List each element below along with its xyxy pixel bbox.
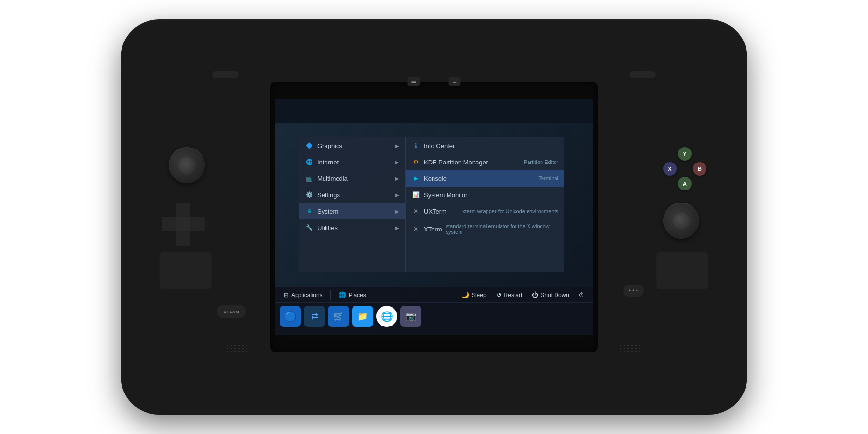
dpad[interactable] <box>162 203 205 246</box>
info-center-icon: ℹ <box>411 141 420 150</box>
desktop: 🔷 Graphics ▶ 🌐 Internet ▶ 📺 Multimedia <box>275 99 593 335</box>
top-btn-left-icon: ▬ <box>412 79 416 84</box>
dock-app-discover[interactable]: 🔵 <box>280 306 301 327</box>
top-btn-right-icon: ☰ <box>453 79 457 84</box>
konsole-label: Konsole <box>424 175 534 182</box>
system-chevron: ▶ <box>395 209 399 214</box>
restart-button[interactable]: ↺ Restart <box>492 289 527 300</box>
store-app-icon: 🛒 <box>333 311 344 322</box>
dpad-up[interactable] <box>176 203 190 218</box>
settings-label: Settings <box>317 191 340 199</box>
internet-label: Internet <box>317 159 339 166</box>
right-menu: ℹ Info Center ⚙ KDE Partition Manager Pa… <box>405 137 564 272</box>
left-menu: 🔷 Graphics ▶ 🌐 Internet ▶ 📺 Multimedia <box>299 137 405 272</box>
screenshot-app-icon: 📷 <box>406 311 416 322</box>
menu-item-multimedia[interactable]: 📺 Multimedia ▶ <box>299 170 405 187</box>
left-joystick[interactable] <box>169 147 205 183</box>
top-button-left[interactable]: ▬ <box>408 77 420 86</box>
places-icon: 🌐 <box>339 291 346 298</box>
right-item-xterm[interactable]: ✕ XTerm standard terminal emulator for t… <box>406 219 564 239</box>
right-item-info-center[interactable]: ℹ Info Center <box>406 137 564 154</box>
settings-icon: ⚙️ <box>305 190 313 199</box>
menu-item-settings[interactable]: ⚙️ Settings ▶ <box>299 187 405 203</box>
speaker-right <box>620 345 641 352</box>
konsole-icon: ▶ <box>411 174 420 183</box>
applications-button[interactable]: ⊞ Applications <box>280 289 326 300</box>
left-touchpad[interactable] <box>159 251 212 289</box>
steam-label: STEAM <box>224 310 240 314</box>
shutdown-icon: ⏻ <box>532 291 538 298</box>
a-button[interactable]: A <box>678 177 692 190</box>
konsole-desc: Terminal <box>538 176 558 181</box>
taskbar-icons: 🔵 ⇄ 🛒 📁 🌐 <box>275 303 593 330</box>
taskbar-system-buttons: 🌙 Sleep ↺ Restart ⏻ Shut Down <box>458 289 588 300</box>
places-button[interactable]: 🌐 Places <box>335 289 370 300</box>
menu-item-graphics[interactable]: 🔷 Graphics ▶ <box>299 137 405 154</box>
right-item-kde-partition[interactable]: ⚙ KDE Partition Manager Partition Editor <box>406 154 564 170</box>
system-monitor-icon: 📊 <box>411 190 420 199</box>
internet-icon: 🌐 <box>305 158 313 166</box>
xterm-label: XTerm <box>424 226 442 233</box>
x-button-label: X <box>668 166 671 172</box>
applications-label: Applications <box>291 292 323 298</box>
b-button[interactable]: B <box>693 162 706 176</box>
rb-button[interactable] <box>629 71 656 78</box>
kde-partition-desc: Partition Editor <box>524 159 558 165</box>
kde-partition-icon: ⚙ <box>411 158 420 166</box>
dock-app-screenshot[interactable]: 📷 <box>400 306 421 327</box>
shutdown-button[interactable]: ⏻ Shut Down <box>528 289 573 300</box>
settings-chevron: ▶ <box>395 192 399 198</box>
y-button[interactable]: Y <box>678 147 692 161</box>
xterm-desc: standard terminal emulator for the X win… <box>446 223 558 235</box>
steam-deck-device: 🔷 Graphics ▶ 🌐 Internet ▶ 📺 Multimedia <box>121 19 747 415</box>
multimedia-label: Multimedia <box>317 175 348 182</box>
graphics-chevron: ▶ <box>395 143 399 149</box>
top-button-right[interactable]: ☰ <box>449 77 461 86</box>
left-controls <box>135 72 270 362</box>
desktop-top <box>275 99 593 123</box>
dpad-center <box>176 217 190 231</box>
right-item-uxterm[interactable]: ✕ UXTerm xterm wrapper for Unicode envir… <box>406 203 564 219</box>
discover-app-icon: 🔵 <box>285 311 297 322</box>
dpad-left[interactable] <box>162 217 177 231</box>
right-joystick[interactable] <box>663 203 699 239</box>
dock-app-store[interactable]: 🛒 <box>328 306 349 327</box>
taskbar: ⊞ Applications 🌐 Places 🌙 Sleep <box>275 287 593 335</box>
menu-item-internet[interactable]: 🌐 Internet ▶ <box>299 154 405 170</box>
utilities-label: Utilities <box>317 224 338 231</box>
right-item-system-monitor[interactable]: 📊 System Monitor <box>406 187 564 203</box>
dock-app-files[interactable]: 📁 <box>352 306 373 327</box>
utilities-chevron: ▶ <box>395 225 399 231</box>
dpad-right[interactable] <box>190 217 205 231</box>
system-monitor-label: System Monitor <box>424 191 558 199</box>
sleep-button[interactable]: 🌙 Sleep <box>458 289 490 300</box>
lb-button[interactable] <box>212 71 239 78</box>
speaker-left <box>227 345 248 352</box>
dock-app-kdeconnect[interactable]: ⇄ <box>304 306 325 327</box>
clock-button[interactable]: ⏱ <box>575 290 588 300</box>
menu-item-utilities[interactable]: 🔧 Utilities ▶ <box>299 219 405 236</box>
chrome-app-icon: 🌐 <box>381 311 393 322</box>
menu-area: 🔷 Graphics ▶ 🌐 Internet ▶ 📺 Multimedia <box>275 123 593 287</box>
uxterm-icon: ✕ <box>411 207 420 216</box>
right-controls: Y X B A <box>598 72 733 362</box>
applications-icon: ⊞ <box>284 291 289 298</box>
taskbar-separator-1 <box>330 290 331 300</box>
utilities-icon: 🔧 <box>305 223 313 232</box>
three-dots-button[interactable]: • • • <box>623 285 644 297</box>
restart-label: Restart <box>504 292 523 298</box>
kdeconnect-app-icon: ⇄ <box>311 311 318 322</box>
menu-item-system[interactable]: 🖥 System ▶ <box>299 203 405 219</box>
dock-app-chrome[interactable]: 🌐 <box>376 306 397 327</box>
right-touchpad[interactable] <box>656 251 709 289</box>
sleep-label: Sleep <box>472 292 487 298</box>
graphics-icon: 🔷 <box>305 141 313 150</box>
clock-icon: ⏱ <box>579 292 584 298</box>
uxterm-desc: xterm wrapper for Unicode environments <box>462 208 558 214</box>
dpad-down[interactable] <box>176 231 190 246</box>
multimedia-icon: 📺 <box>305 174 313 183</box>
x-button[interactable]: X <box>663 162 677 176</box>
steam-button[interactable]: STEAM <box>217 305 246 318</box>
kde-partition-label: KDE Partition Manager <box>424 159 520 166</box>
right-item-konsole[interactable]: ▶ Konsole Terminal <box>406 170 564 187</box>
